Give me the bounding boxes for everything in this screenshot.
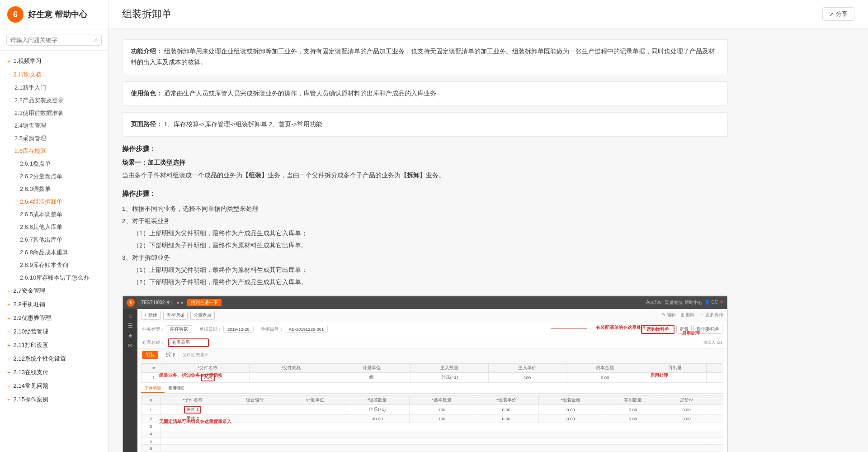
nav-item-other-out[interactable]: 2.6.7其他出库单	[0, 233, 108, 246]
sidebar-icon-bell: ✉	[128, 343, 132, 349]
section-label-parent: 父件区 数量 0	[183, 352, 208, 358]
sidebar-item-personalize[interactable]: + 2.12系统个性化设置	[0, 352, 108, 366]
sidebar-item-coupon[interactable]: + 2.9优惠券管理	[0, 311, 108, 325]
table-row: 2 果然 2 30.00 100 0.00 0.00 0.00	[142, 414, 723, 423]
step-2: 2、对于组装业务	[122, 215, 728, 227]
nav-item-newcomer[interactable]: 2.1新手入门	[0, 81, 108, 94]
subtab-cost[interactable]: 费用明细	[165, 385, 188, 393]
subtab-child[interactable]: 子件明细	[141, 385, 165, 393]
form-field-no: 单据编号： AD-20191226-001	[261, 326, 328, 333]
nav-item-install[interactable]: 2.2产品安装及登录	[0, 94, 108, 107]
search-icon[interactable]: ⌕	[94, 36, 98, 43]
type-switch-row: 组装 拆卸 父件区 数量 0	[137, 349, 727, 362]
col-child-extra: 零用数量	[603, 395, 663, 404]
ops-steps-label: 操作步骤：	[122, 190, 728, 198]
close-icon: ✕	[720, 300, 723, 306]
switch-assembly[interactable]: 组装	[142, 351, 158, 359]
sidebar-item-label: 2.11打印设置	[14, 341, 48, 349]
switch-disassembly[interactable]: 拆卸	[162, 351, 179, 359]
nav-item-stocktake[interactable]: 2.6.1盘点单	[0, 157, 108, 170]
nav-item-purchase[interactable]: 2.5采购管理	[0, 132, 108, 145]
nav-item-data-prep[interactable]: 2.3使用前数据准备	[0, 107, 108, 119]
app-top-btns: AppTool 应邀继续 帮助中心 👤 CC ✕	[646, 300, 723, 306]
btn-select-bom[interactable]: 选购物料单	[641, 325, 675, 334]
nav-tree: + 1.视频学习 − 2.帮助文档 2.1新手入门 2.2产品安装及登录 2.3…	[0, 51, 108, 452]
nav-item-cost-adjust[interactable]: 2.6.5成本调整单	[0, 208, 108, 221]
path-block: 页面路径： 1、库存核算->库存管理->组装拆卸单 2、首页->常用功能	[122, 112, 728, 137]
sidebar-item-label: 2.7资金管理	[14, 287, 45, 295]
user-cc: CC	[712, 300, 718, 306]
sidebar-item-operation[interactable]: + 2.10经营管理	[0, 325, 108, 338]
col-qty: 主入数量	[410, 363, 488, 372]
btn-cancel-order[interactable]: 取消委托单	[693, 325, 722, 334]
col-child-seq: #	[142, 395, 160, 404]
col-child-ops2	[710, 395, 723, 404]
main-content: 组装拆卸单 ↗ 分享 功能介绍： 组装拆卸单用来处理企业组装或拆卸等加工业务，支…	[108, 0, 868, 452]
btn-new-order[interactable]: + 新建	[141, 311, 160, 320]
search-box[interactable]: ⌕	[6, 34, 102, 46]
label-warehouse: 仓库名称：	[142, 340, 165, 346]
nav-item-inventory[interactable]: 2.6库存核算	[0, 145, 108, 157]
sidebar-item-label: 2.15操作案例	[14, 395, 48, 404]
sidebar-item-label: 2.帮助文档	[14, 71, 42, 79]
breadcrumb-mock: ● ●	[177, 300, 184, 305]
btn-edit[interactable]: ✎ 编辑	[662, 312, 676, 318]
sidebar-item-print[interactable]: + 2.11打印设置	[0, 338, 108, 352]
nav-item-transfer[interactable]: 2.6.3调拨单	[0, 183, 108, 195]
field-warehouse[interactable]: 仓库品用	[168, 338, 209, 347]
content-area: 功能介绍： 组装拆卸单用来处理企业组装或拆卸等加工业务，支持有固定装配清单的产品…	[108, 29, 741, 452]
nav-item-stock-book[interactable]: 2.6.9库存账本查询	[0, 259, 108, 271]
sidebar-item-label: 2.8手机旺铺	[14, 300, 45, 309]
sidebar-item-faq[interactable]: + 2.14常见问题	[0, 379, 108, 393]
sidebar-item-docs[interactable]: − 2.帮助文档	[0, 68, 108, 81]
field-val-no: AD-20191226-001	[285, 326, 328, 333]
expand-icon: +	[7, 315, 11, 322]
form-field-type: 业务类型： 库存调拨	[142, 325, 192, 333]
app-toolbar: + 新建 库存调拨 分量盘点 ✎ 编辑 🗑 删除 ⋯ 更多操作	[137, 309, 727, 322]
app-form: 业务类型： 库存调拨 单据日期： 2019-12-26 单据编号： AD-201…	[137, 322, 727, 337]
app-body: ⌂ ☰ ★ ✉ + 新建 库存调拨 分量盘点	[123, 309, 727, 452]
nav-item-cost-recalc[interactable]: 2.6.8商品成本重算	[0, 246, 108, 259]
step-list: 1、根据不同的业务，选择不同单据的类型来处理 2、对于组装业务 （1）上部明细为…	[122, 203, 728, 288]
form-field-date: 单据日期： 2019-12-26	[199, 326, 254, 333]
btn-delete[interactable]: 🗑 删除	[680, 312, 695, 318]
subtable-tabs: 子件明细 费用明细	[141, 385, 723, 394]
btn-confirm[interactable]: 定量	[676, 325, 692, 334]
page-title: 组装拆卸单	[122, 7, 172, 21]
btn-more[interactable]: ⋯ 更多操作	[699, 312, 723, 318]
sidebar-item-finance[interactable]: + 2.7资金管理	[0, 284, 108, 298]
btn-approve[interactable]: 分量盘点	[190, 311, 215, 320]
app-form-row2: 仓库名称： 仓库品用 批次人 1/1	[137, 337, 727, 349]
role-label: 使用角色：	[131, 90, 162, 97]
expand-icon: +	[7, 396, 11, 403]
sidebar-item-video[interactable]: + 1.视频学习	[0, 54, 108, 68]
nav-item-assembly[interactable]: 2.6.4组装拆卸单	[0, 195, 108, 208]
app-name: 好生意 帮助中心	[28, 9, 87, 20]
find-btn: 找到合适一下	[187, 299, 222, 306]
nav-item-stock-error[interactable]: 2.6.10库存账本错了怎么办	[0, 271, 108, 284]
step-3-2: （2）下部明细为子件明细，最终作为产成品生成其它入库单。	[133, 276, 728, 288]
nav-item-split-stocktake[interactable]: 2.6.2分量盘点单	[0, 170, 108, 183]
cell-seq: 1	[142, 372, 166, 382]
col-avail: 可出量	[644, 363, 706, 372]
field-val-date: 2019-12-26	[223, 326, 254, 333]
sidebar-item-mobile[interactable]: + 2.8手机旺铺	[0, 298, 108, 311]
btn-save[interactable]: 库存调拨	[163, 311, 188, 320]
col-child-baseqty: *基本数量	[410, 395, 474, 404]
label-count: 批次人 1/1	[703, 340, 722, 346]
nav-item-sales[interactable]: 2.4销售管理	[0, 119, 108, 132]
share-button[interactable]: ↗ 分享	[822, 7, 854, 21]
cell-cost: 0.00	[566, 372, 644, 382]
child-table-section: 子件明细 费用明细 # *子件名称 组合编号 计量单位	[137, 385, 727, 452]
nav-item-other-in[interactable]: 2.6.6其他入库单	[0, 221, 108, 233]
search-input[interactable]	[10, 37, 94, 43]
sidebar-item-payment[interactable]: + 2.13在线支付	[0, 366, 108, 379]
field-label-type: 业务类型：	[142, 326, 165, 333]
sidebar-item-label: 2.13在线支付	[14, 368, 48, 376]
cell-row-ops	[706, 372, 723, 382]
sidebar-item-cases[interactable]: + 2.15操作案例	[0, 393, 108, 406]
cell-price: 100	[488, 372, 566, 382]
form-field-select-bom: 选购物料单 定量 取消委托单	[641, 325, 722, 334]
step-3: 3、对于拆卸业务	[122, 252, 728, 264]
cell-unit: 组	[333, 372, 410, 382]
